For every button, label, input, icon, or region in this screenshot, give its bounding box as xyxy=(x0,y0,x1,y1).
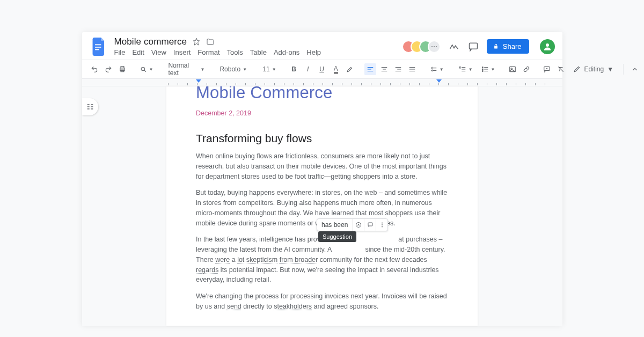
right-margin-marker[interactable] xyxy=(436,79,442,83)
font-dropdown[interactable]: Roboto▼ xyxy=(216,64,251,74)
underline-icon[interactable]: U xyxy=(316,63,328,75)
fontsize-dropdown[interactable]: 11▼ xyxy=(259,64,279,74)
svg-rect-7 xyxy=(121,67,124,68)
menu-edit[interactable]: Edit xyxy=(132,48,144,56)
toolbar: ▼ Normal text▼ Roboto▼ 11▼ B I U A ▼ 1▼ … xyxy=(82,60,562,79)
feedback-icon[interactable] xyxy=(364,219,376,231)
zoom-dropdown[interactable]: ▼ xyxy=(137,65,157,74)
bullet-list-icon[interactable]: ▼ xyxy=(478,64,499,74)
italic-icon[interactable]: I xyxy=(302,63,314,75)
style-label: Normal text xyxy=(168,62,198,77)
grammar-underline[interactable]: send xyxy=(227,303,241,310)
doc-heading-1[interactable]: Mobile Commerce xyxy=(196,86,448,101)
editing-mode-dropdown[interactable]: Editing ▼ xyxy=(569,64,618,75)
share-label: Share xyxy=(503,42,522,50)
menu-table[interactable]: Table xyxy=(250,48,267,56)
collapse-icon[interactable] xyxy=(629,63,641,75)
svg-rect-0 xyxy=(95,44,101,45)
indent-marker[interactable] xyxy=(196,79,201,83)
align-center-icon[interactable] xyxy=(378,63,390,75)
svg-rect-4 xyxy=(494,46,497,48)
svg-rect-3 xyxy=(469,43,477,49)
style-dropdown[interactable]: Normal text▼ xyxy=(165,61,208,78)
document-page[interactable]: Mobile Commerce December 2, 2019 Transfo… xyxy=(166,86,478,326)
menu-addons[interactable]: Add-ons xyxy=(274,48,299,56)
comments-icon[interactable] xyxy=(467,41,479,53)
doc-paragraph[interactable]: When online buying flows are frictionles… xyxy=(196,151,448,181)
svg-rect-2 xyxy=(95,49,99,50)
more-icon[interactable] xyxy=(376,219,387,231)
docs-logo[interactable] xyxy=(90,37,109,56)
grammar-underline[interactable]: regards xyxy=(196,266,218,274)
doc-date[interactable]: December 2, 2019 xyxy=(196,109,448,117)
svg-rect-8 xyxy=(121,70,124,72)
move-icon[interactable] xyxy=(206,38,215,46)
menu-help[interactable]: Help xyxy=(306,48,321,56)
insert-image-icon[interactable] xyxy=(507,63,518,75)
titlebar: Mobile commerce File Edit View Insert Fo… xyxy=(82,32,562,56)
svg-point-5 xyxy=(546,43,549,47)
font-label: Roboto xyxy=(219,65,240,73)
workspace: Mobile Commerce December 2, 2019 Transfo… xyxy=(82,86,562,326)
svg-point-11 xyxy=(482,67,483,68)
editing-label: Editing xyxy=(584,65,604,73)
share-button[interactable]: Share xyxy=(487,39,529,54)
doc-paragraph[interactable]: In the last few years, intelligence has … xyxy=(196,235,448,285)
highlight-icon[interactable] xyxy=(344,63,356,75)
menubar: File Edit View Insert Format Tools Table… xyxy=(114,48,402,56)
grammar-underline[interactable]: steakholders xyxy=(274,303,312,310)
svg-point-12 xyxy=(482,69,483,70)
menu-format[interactable]: Format xyxy=(197,48,219,56)
outline-tab[interactable] xyxy=(82,98,98,115)
svg-rect-1 xyxy=(95,47,101,48)
align-right-icon[interactable] xyxy=(392,63,404,75)
line-spacing-icon[interactable]: ▼ xyxy=(427,64,447,74)
align-justify-icon[interactable] xyxy=(406,63,418,75)
grammar-underline[interactable]: were xyxy=(215,256,230,263)
menu-tools[interactable]: Tools xyxy=(227,48,243,56)
doc-paragraph[interactable]: We're changing the process for processin… xyxy=(196,291,448,312)
numbered-list-icon[interactable]: 1▼ xyxy=(456,64,476,74)
clear-format-icon[interactable] xyxy=(555,63,567,75)
app-window: Mobile commerce File Edit View Insert Fo… xyxy=(82,32,562,326)
svg-point-20 xyxy=(382,224,383,225)
svg-point-13 xyxy=(482,71,483,72)
insert-link-icon[interactable] xyxy=(521,63,532,75)
svg-rect-18 xyxy=(368,223,372,226)
align-left-icon[interactable] xyxy=(364,63,376,75)
svg-point-9 xyxy=(141,67,145,71)
star-icon[interactable] xyxy=(192,38,201,46)
dismiss-icon[interactable] xyxy=(352,219,364,231)
doc-heading-2[interactable]: Transforming buy flows xyxy=(196,132,448,145)
insert-comment-icon[interactable] xyxy=(541,63,553,75)
print-icon[interactable] xyxy=(116,63,128,75)
redo-icon[interactable] xyxy=(103,63,114,75)
suggestion-tooltip: Suggestion xyxy=(318,231,356,242)
text-color-icon[interactable]: A xyxy=(330,63,342,75)
suggestion-text[interactable]: has been xyxy=(317,221,352,229)
fontsize-label: 11 xyxy=(262,65,269,73)
collaborator-avatars[interactable]: ⋯ xyxy=(402,40,441,53)
suggestion-popup: has been xyxy=(317,218,388,231)
grammar-underline[interactable]: lot skepticism xyxy=(237,256,277,263)
menu-file[interactable]: File xyxy=(114,48,126,56)
svg-point-21 xyxy=(382,226,383,228)
activity-icon[interactable] xyxy=(448,41,460,53)
header-right: ⋯ Share xyxy=(402,39,555,54)
svg-point-19 xyxy=(382,223,383,224)
ruler[interactable] xyxy=(82,79,562,86)
account-avatar[interactable] xyxy=(540,39,555,54)
bold-icon[interactable]: B xyxy=(288,63,300,75)
undo-icon[interactable] xyxy=(89,63,100,75)
svg-text:1: 1 xyxy=(459,67,460,69)
menu-insert[interactable]: Insert xyxy=(173,48,191,56)
menu-view[interactable]: View xyxy=(151,48,166,56)
grammar-underline[interactable]: from broader xyxy=(280,256,318,263)
avatar[interactable]: ⋯ xyxy=(428,40,441,53)
document-title[interactable]: Mobile commerce xyxy=(114,36,187,47)
